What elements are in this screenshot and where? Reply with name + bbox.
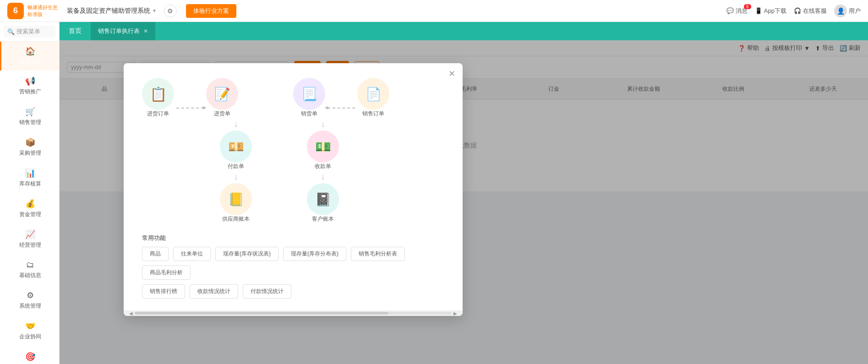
message-button[interactable]: 💬 消息 6 <box>726 7 748 15</box>
sales-bill-label: 销货单 <box>301 110 317 118</box>
modal-scrollbar[interactable]: ◀ ▶ <box>124 310 463 316</box>
sidebar-item-label: 系统管理 <box>19 302 41 310</box>
common-functions-section: 常用功能 商品 往来单位 现存量(库存状况表) 现存量(库存分布表) 销售毛利分… <box>124 230 463 310</box>
management-icon: 📈 <box>25 229 35 239</box>
purchase-icon: 📦 <box>25 137 35 147</box>
sidebar-item-label: 库存核算 <box>19 180 41 188</box>
sidebar-item-label: 企业协同 <box>19 333 41 341</box>
system-title-area: 装备及固定资产辅助管理系统 ▼ ⚙ 体验行业方案 <box>67 4 236 18</box>
payment-label: 付款单 <box>228 163 244 170</box>
gear-button[interactable]: ⚙ <box>164 5 177 17</box>
modal-close-button[interactable]: ✕ <box>448 69 455 79</box>
sidebar-item-label: 营销推广 <box>19 88 41 96</box>
customer-account-label: 客户账本 <box>312 215 334 223</box>
sidebar-item-label: 快捷导航 <box>19 58 41 66</box>
sales-icon: 🛒 <box>25 107 35 117</box>
logo-icon: 6 <box>7 3 24 19</box>
tab-sales-order[interactable]: 销售订单执行表 ✕ <box>91 22 155 40</box>
sidebar-item-label: 经营管理 <box>19 241 41 249</box>
system-title-dropdown[interactable]: 装备及固定资产辅助管理系统 ▼ <box>67 7 157 15</box>
flow-node-sales-bill[interactable]: 📃 销货单 <box>293 78 325 118</box>
purchase-order-label: 进货订单 <box>147 110 169 118</box>
flow-node-purchase-bill[interactable]: 📝 进货单 <box>206 78 238 118</box>
flow-node-purchase-order[interactable]: 📋 进货订单 <box>142 78 174 118</box>
supplier-account-label: 供应商账本 <box>222 215 250 223</box>
flow-node-customer-account[interactable]: 📓 客户账本 <box>307 183 339 223</box>
logo: 6 畅康通好生意 标准版 <box>7 3 67 19</box>
purchase-bill-label: 进货单 <box>214 110 230 118</box>
flow-node-receipt[interactable]: 💵 收款单 <box>307 130 339 170</box>
scroll-right-arrow[interactable]: ▶ <box>452 311 459 316</box>
scroll-left-arrow[interactable]: ◀ <box>127 311 135 316</box>
tab-bar: 首页 销售订单执行表 ✕ <box>60 22 868 40</box>
flow-modal: ✕ 📋 进货订单 <box>124 63 463 316</box>
sidebar-item-marketing[interactable]: 📢 营销推广 <box>0 71 59 101</box>
sales-order-icon: 📄 <box>357 78 389 110</box>
home-icon: 🏠 <box>25 46 35 56</box>
purchase-bill-icon: 📝 <box>206 78 238 110</box>
message-icon: 💬 <box>726 7 734 14</box>
sidebar-item-label: 基础信息 <box>19 272 41 279</box>
sidebar-item-inventory[interactable]: 📊 库存核算 <box>0 163 59 193</box>
top-right-area: 💬 消息 6 📱 App下载 🎧 在线客服 👤 用户 <box>726 5 861 17</box>
sidebar-item-basic-info[interactable]: 🗂 基础信息 <box>0 255 59 285</box>
sidebar-item-management[interactable]: 📈 经营管理 <box>0 224 59 255</box>
finance-icon: 💰 <box>25 199 35 209</box>
common-functions-title: 常用功能 <box>142 234 444 242</box>
func-btn-inventory-dist[interactable]: 现存量(库存分布表) <box>283 247 346 261</box>
trial-button[interactable]: 体验行业方案 <box>186 4 236 18</box>
system-title-text: 装备及固定资产辅助管理系统 <box>67 7 150 15</box>
purchase-order-icon: 📋 <box>142 78 174 110</box>
sidebar-item-label: 采购管理 <box>19 149 41 157</box>
func-btn-receipt-stats[interactable]: 收款情况统计 <box>190 284 238 299</box>
sidebar-item-tutorial[interactable]: 🎯 新手引导 <box>0 346 59 364</box>
tab-close-icon[interactable]: ✕ <box>143 28 148 34</box>
avatar: 👤 <box>834 5 847 17</box>
sidebar-item-label: 资金管理 <box>19 211 41 218</box>
receipt-label: 收款单 <box>315 163 331 170</box>
function-row-2: 销售排行榜 收款情况统计 付款情况统计 <box>142 284 444 299</box>
tab-home[interactable]: 首页 <box>60 22 91 40</box>
user-menu[interactable]: 👤 用户 <box>834 5 861 17</box>
function-row-1: 商品 往来单位 现存量(库存状况表) 现存量(库存分布表) 销售毛利分析表 商品… <box>142 247 444 280</box>
flow-node-payment[interactable]: 💴 付款单 <box>220 130 252 170</box>
sales-bill-icon: 📃 <box>293 78 325 110</box>
search-menu[interactable]: 🔍 搜索菜单 <box>0 22 59 42</box>
online-service-button[interactable]: 🎧 在线客服 <box>794 7 827 15</box>
flow-section: 📋 进货订单 ▶ <box>124 63 463 230</box>
func-btn-payment-stats[interactable]: 付款情况统计 <box>243 284 291 299</box>
sidebar-item-purchase[interactable]: 📦 采购管理 <box>0 132 59 163</box>
search-label: 搜索菜单 <box>16 27 40 36</box>
app-download-button[interactable]: 📱 App下载 <box>755 7 786 15</box>
message-badge: 6 <box>744 4 751 9</box>
func-btn-inventory-status[interactable]: 现存量(库存状况表) <box>215 247 278 261</box>
phone-icon: 📱 <box>755 7 762 14</box>
sidebar-item-quick-nav[interactable]: 🏠 快捷导航 <box>0 42 59 71</box>
sidebar-item-cooperation[interactable]: 🤝 企业协同 <box>0 315 59 346</box>
system-icon: ⚙ <box>27 290 34 300</box>
sidebar-item-finance[interactable]: 💰 资金管理 <box>0 193 59 224</box>
func-btn-sales-profit[interactable]: 销售毛利分析表 <box>351 247 405 261</box>
sidebar: 🔍 搜索菜单 🏠 快捷导航 📢 营销推广 🛒 销售管理 📦 采购管理 <box>0 22 60 364</box>
modal-overlay: ✕ 📋 进货订单 <box>60 40 868 364</box>
tutorial-icon: 🎯 <box>25 352 35 362</box>
func-btn-product[interactable]: 商品 <box>142 247 169 261</box>
sales-order-label: 销售订单 <box>362 110 384 118</box>
sidebar-item-label: 销售管理 <box>19 119 41 126</box>
scroll-track <box>135 312 452 315</box>
marketing-icon: 📢 <box>25 76 35 86</box>
flow-node-sales-order[interactable]: 📄 销售订单 <box>357 78 389 118</box>
sidebar-item-system[interactable]: ⚙ 系统管理 <box>0 285 59 315</box>
search-icon: 🔍 <box>7 28 15 35</box>
info-icon: 🗂 <box>26 260 34 270</box>
page-content: ❓ 帮助 🖨 按模板打印 ▼ ⬆ 导出 🔄 刷新 <box>60 40 868 364</box>
func-btn-partner[interactable]: 往来单位 <box>173 247 211 261</box>
func-btn-product-profit[interactable]: 商品毛利分析 <box>142 266 191 280</box>
cooperation-icon: 🤝 <box>25 321 35 331</box>
flow-node-supplier-account[interactable]: 📒 供应商账本 <box>220 183 252 223</box>
func-btn-sales-ranking[interactable]: 销售排行榜 <box>142 284 185 299</box>
logo-text: 畅康通好生意 标准版 <box>27 4 58 17</box>
sidebar-item-sales[interactable]: 🛒 销售管理 <box>0 101 59 132</box>
headset-icon: 🎧 <box>794 7 801 14</box>
inventory-icon: 📊 <box>25 168 35 178</box>
